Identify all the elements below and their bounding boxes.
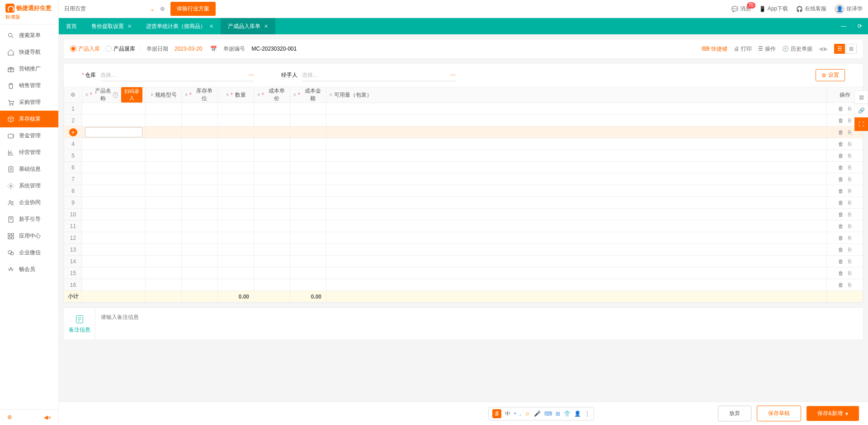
- table-row[interactable]: 15🗑⎘: [64, 267, 863, 279]
- calendar-icon[interactable]: 📅: [210, 46, 217, 52]
- delete-row-icon[interactable]: 🗑: [838, 153, 844, 159]
- product-name-input[interactable]: [85, 127, 142, 137]
- tab[interactable]: 产成品入库单✕: [221, 18, 275, 34]
- discard-button[interactable]: 放弃: [718, 406, 751, 421]
- table-row[interactable]: 4🗑⎘: [64, 138, 863, 150]
- copy-row-icon[interactable]: ⎘: [848, 106, 851, 112]
- sidebar-item-bag[interactable]: 销售管理: [0, 77, 58, 94]
- delete-row-icon[interactable]: 🗑: [838, 129, 844, 135]
- copy-row-icon[interactable]: ⎘: [848, 188, 851, 194]
- delete-row-icon[interactable]: 🗑: [838, 141, 844, 147]
- operation-button[interactable]: ☰ 操作: [758, 45, 776, 53]
- sidebar-item-doc[interactable]: 基础信息: [0, 161, 58, 177]
- table-row[interactable]: 12🗑⎘: [64, 232, 863, 244]
- sidebar-item-guide[interactable]: 新手引导: [0, 211, 58, 228]
- scan-badge[interactable]: 扫码录入: [121, 87, 142, 103]
- copy-row-icon[interactable]: ⎘: [848, 141, 851, 147]
- table-row[interactable]: 6🗑⎘: [64, 162, 863, 173]
- save-new-button[interactable]: 保存&新增 ▾: [807, 406, 859, 421]
- sidebar-item-wechat[interactable]: 企业微信: [0, 244, 58, 261]
- delete-row-icon[interactable]: 🗑: [838, 200, 844, 206]
- tab-refresh-icon[interactable]: ⟳: [852, 23, 868, 29]
- table-row[interactable]: +🗑⎘: [64, 126, 863, 138]
- delete-row-icon[interactable]: 🗑: [838, 211, 844, 218]
- delete-row-icon[interactable]: 🗑: [838, 176, 844, 182]
- table-row[interactable]: 16🗑⎘: [64, 279, 863, 291]
- copy-row-icon[interactable]: ⎘: [848, 235, 851, 241]
- delete-row-icon[interactable]: 🗑: [838, 247, 844, 253]
- col-available[interactable]: ▲▼可用量（包装）: [326, 87, 827, 103]
- delete-row-icon[interactable]: 🗑: [838, 164, 844, 171]
- delete-row-icon[interactable]: 🗑: [838, 117, 844, 124]
- user-menu[interactable]: 👤 徐泽华: [835, 4, 863, 14]
- radio-product-out[interactable]: 产品退库: [105, 45, 135, 53]
- copy-row-icon[interactable]: ⎘: [848, 211, 851, 218]
- collapse-icon[interactable]: ◀»: [44, 414, 51, 420]
- copy-row-icon[interactable]: ⎘: [848, 200, 851, 206]
- radio-product-in[interactable]: 产品入库: [70, 45, 100, 53]
- category-dropdown[interactable]: 日用百货 ⌄: [64, 5, 155, 13]
- ime-toolbar[interactable]: S 中 •, ☺🎤 ⌨⊞ 👕👤 ⋮: [488, 407, 594, 420]
- copy-row-icon[interactable]: ⎘: [848, 270, 851, 276]
- save-draft-button[interactable]: 保存草稿: [757, 406, 801, 421]
- sidebar-item-vip[interactable]: 畅会员: [0, 261, 58, 278]
- table-row[interactable]: 1🗑⎘: [64, 103, 863, 115]
- table-row[interactable]: 14🗑⎘: [64, 256, 863, 267]
- close-icon[interactable]: ✕: [209, 23, 213, 29]
- sidebar-item-gift[interactable]: 营销推广: [0, 61, 58, 77]
- copy-row-icon[interactable]: ⎘: [848, 176, 851, 182]
- view-list-icon[interactable]: ☰: [834, 44, 845, 54]
- close-icon[interactable]: ✕: [264, 23, 268, 29]
- sidebar-item-cart[interactable]: 采购管理: [0, 94, 58, 111]
- tab-minimize-icon[interactable]: —: [835, 23, 852, 29]
- close-icon[interactable]: ✕: [127, 23, 132, 29]
- col-qty[interactable]: ▲▼*数量: [218, 87, 254, 103]
- sidebar-item-chart[interactable]: 经营管理: [0, 144, 58, 161]
- side-tool-expand-icon[interactable]: ⛶: [854, 117, 868, 131]
- settings-icon[interactable]: ⚙: [7, 414, 12, 420]
- tab[interactable]: 进货单统计表（按商品）✕: [139, 18, 221, 34]
- delete-row-icon[interactable]: 🗑: [838, 235, 844, 241]
- copy-row-icon[interactable]: ⎘: [848, 129, 851, 135]
- tab[interactable]: 首页: [59, 18, 84, 34]
- online-service-button[interactable]: 🎧 在线客服: [796, 5, 826, 13]
- remarks-input[interactable]: [95, 308, 863, 340]
- copy-row-icon[interactable]: ⎘: [848, 164, 851, 171]
- messages-button[interactable]: 💬 消息 70: [731, 5, 751, 13]
- tab[interactable]: 售价提取设置✕: [84, 18, 139, 34]
- sidebar-item-home[interactable]: 快捷导航: [0, 44, 58, 61]
- table-row[interactable]: 7🗑⎘: [64, 173, 863, 185]
- sidebar-item-wallet[interactable]: 资金管理: [0, 127, 58, 144]
- delete-row-icon[interactable]: 🗑: [838, 282, 844, 288]
- table-row[interactable]: 10🗑⎘: [64, 209, 863, 220]
- help-icon[interactable]: ?: [113, 92, 118, 98]
- more-icon[interactable]: ⋯: [450, 72, 456, 78]
- table-row[interactable]: 2🗑⎘: [64, 115, 863, 126]
- delete-row-icon[interactable]: 🗑: [838, 223, 844, 229]
- print-button[interactable]: 🖨 打印: [734, 45, 752, 53]
- delete-row-icon[interactable]: 🗑: [838, 106, 844, 112]
- app-download-button[interactable]: 📱 App下载: [759, 5, 788, 13]
- col-amount[interactable]: ▲▼*成本金额: [290, 87, 326, 103]
- col-price[interactable]: ▲▼*成本单价: [254, 87, 290, 103]
- prev-doc-icon[interactable]: ◀: [819, 46, 823, 52]
- col-spec[interactable]: ▲▼规格型号: [146, 87, 182, 103]
- sidebar-item-apps[interactable]: 应用中心: [0, 228, 58, 244]
- delete-row-icon[interactable]: 🗑: [838, 258, 844, 265]
- sidebar-item-gear[interactable]: 系统管理: [0, 177, 58, 194]
- col-unit[interactable]: ▲▼*库存单位: [182, 87, 218, 103]
- side-tool-link-icon[interactable]: 🔗: [854, 104, 868, 117]
- table-row[interactable]: 9🗑⎘: [64, 197, 863, 209]
- col-config[interactable]: ⚙: [64, 87, 82, 103]
- sidebar-item-box[interactable]: 库存核算: [0, 111, 58, 127]
- copy-row-icon[interactable]: ⎘: [848, 223, 851, 229]
- handler-select[interactable]: 选择... ⋯: [302, 70, 456, 81]
- copy-row-icon[interactable]: ⎘: [848, 258, 851, 265]
- next-doc-icon[interactable]: ▶: [824, 46, 828, 52]
- gear-icon[interactable]: ⚙: [160, 6, 165, 12]
- cta-button[interactable]: 体验行业方案: [170, 2, 216, 16]
- table-row[interactable]: 8🗑⎘: [64, 185, 863, 197]
- view-detail-icon[interactable]: ⊞: [846, 44, 857, 54]
- more-icon[interactable]: ⋯: [249, 72, 254, 78]
- col-product-name[interactable]: ▲▼*产品名称?扫码录入: [82, 87, 146, 103]
